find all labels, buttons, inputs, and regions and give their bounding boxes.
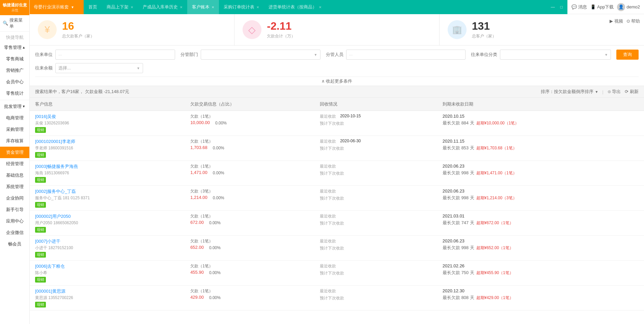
cell-payback: 最近收款 2020-10-15 预计下次收款 xyxy=(314,111,437,136)
video-button[interactable]: ▶ 视频 xyxy=(610,18,623,24)
table-row: [0002]服务中心_丁磊 服务中心_丁磊 181 0125 8371 现销 欠… xyxy=(30,186,644,211)
window-expand-button[interactable]: □ xyxy=(558,4,565,10)
sidebar-item-operations[interactable]: 经营管理 xyxy=(0,158,29,170)
filter-field-dept: 分管部门 ▼ xyxy=(180,50,320,60)
person-input[interactable]: ··· xyxy=(346,50,466,60)
tab-products-off[interactable]: 商品上下架 ✕ xyxy=(102,0,138,14)
collapse-filter-button[interactable]: ∧ 收起更多条件 xyxy=(35,77,639,86)
payback-last-label: 最近收款 xyxy=(320,288,336,294)
overdue-link[interactable]: 超期¥1,471.00（1笔） xyxy=(476,170,517,176)
stat-icon-total-customers: 🏢 xyxy=(448,20,467,39)
message-button[interactable]: 💬 消息 xyxy=(571,4,587,10)
overdue-link[interactable]: 超期¥672.00（1笔） xyxy=(476,220,513,226)
overdue-link[interactable]: 超期¥1,214.00（3笔） xyxy=(476,195,517,201)
customer-name-link[interactable]: [0001020001]李老师 xyxy=(35,139,75,144)
sidebar-item-purchase-mgmt[interactable]: 采购管理 xyxy=(0,124,29,135)
close-icon[interactable]: ✕ xyxy=(256,5,259,9)
video-label: 视频 xyxy=(614,19,623,24)
debt-amount: 672.00 xyxy=(190,220,204,225)
sidebar-item-zero-mall[interactable]: 零售商城 xyxy=(0,53,29,65)
due-days: 最长欠款 747 天 xyxy=(443,220,474,226)
refresh-button[interactable]: ⟳ 刷新 xyxy=(625,89,639,95)
tab-product-history[interactable]: 产成品入库单历史 ✕ xyxy=(138,0,187,14)
sidebar-item-capital-mgmt[interactable]: 资金管理 xyxy=(0,147,29,158)
sidebar-item-member-center[interactable]: 会员中心 xyxy=(0,76,29,88)
close-icon[interactable]: ✕ xyxy=(212,5,214,9)
sidebar-item-enterprise-wechat[interactable]: 企业微信 xyxy=(0,227,29,238)
tab-purchase-order-stats[interactable]: 采购订单统计表 ✕ xyxy=(219,0,264,14)
customer-name-link[interactable]: [0007]小进干 xyxy=(35,239,60,244)
overdue-link[interactable]: 超期¥10,000.00（1笔） xyxy=(476,120,519,126)
tab-customer-account[interactable]: 客户账本 ✕ xyxy=(187,0,219,14)
table-row: [000001]黄思源 黄思源 13552700226 现销 欠款（1笔） 42… xyxy=(30,286,644,311)
search-button[interactable]: 查询 xyxy=(616,50,639,60)
overdue-link[interactable]: 超期¥652.00（1笔） xyxy=(476,245,513,251)
sidebar-search[interactable]: 🔍 搜索菜单 xyxy=(0,15,29,32)
customer-sub: 用户2050 18665062050 xyxy=(35,220,179,226)
due-days: 最长欠款 998 天 xyxy=(443,245,474,251)
sidebar-item-zero-stats[interactable]: 零售统计 xyxy=(0,88,29,99)
help-button[interactable]: ⊙ 帮助 xyxy=(626,18,640,24)
sidebar-item-ecommerce[interactable]: 电商管理 xyxy=(0,112,29,124)
balance-select[interactable]: 选择... ▼ xyxy=(55,63,143,73)
export-button[interactable]: ⊙ 导出 xyxy=(608,89,621,95)
customer-name-link[interactable]: [0016]吴俊 xyxy=(35,114,56,119)
sidebar-item-member-plus[interactable]: 畅会员 xyxy=(0,238,29,250)
tab-label: 商品上下架 xyxy=(107,4,129,10)
refresh-icon: ⟳ xyxy=(625,89,628,94)
customer-name-link[interactable]: [000002]用户2050 xyxy=(35,214,71,219)
sidebar-item-enterprise-coop[interactable]: 企业协同 xyxy=(0,193,29,204)
sidebar-item-sys-mgmt[interactable]: 系统管理 xyxy=(0,181,29,193)
sidebar-item-label: 零售商城 xyxy=(6,56,24,61)
tab-bar: 首页 商品上下架 ✕ 产成品入库单历史 ✕ 客户账本 ✕ 采购订单统计表 ✕ 进… xyxy=(84,0,567,14)
cell-debt-info: 欠款（1笔） 1,703.68 0.00% xyxy=(185,136,314,161)
customer-name-link[interactable]: [0002]服务中心_丁磊 xyxy=(35,189,76,194)
export-icon: ⊙ xyxy=(608,89,611,94)
cell-payback: 最近收款 预计下次收款 xyxy=(314,261,437,286)
sidebar-item-label: 应用中心 xyxy=(6,218,24,224)
sidebar-item-basic-info[interactable]: 基础信息 xyxy=(0,170,29,181)
debt-amount-row: 1,214.00 0.00% xyxy=(190,194,309,200)
overdue-link[interactable]: 超期¥1,703.68（1笔） xyxy=(476,145,517,151)
close-icon[interactable]: ✕ xyxy=(319,5,321,9)
sidebar-item-zero-sales-mgmt[interactable]: 零售管理 ▲ xyxy=(0,42,29,53)
close-icon[interactable]: ✕ xyxy=(131,5,133,9)
tab-inventory-stats[interactable]: 进货单统计表（按商品） ✕ xyxy=(264,0,326,14)
customer-tag: 现销 xyxy=(35,252,46,258)
export-label: 导出 xyxy=(612,89,621,94)
dept-select[interactable]: ▼ xyxy=(201,50,320,60)
source-unit-input[interactable]: ··· xyxy=(55,50,175,60)
sidebar: 畅捷通好生意 示范 🔍 搜索菜单 快捷导航 零售管理 ▲ 零售商城 营销推广 会… xyxy=(0,0,30,324)
cell-payback: 最近收款 预计下次收款 xyxy=(314,161,437,186)
sidebar-item-label: 零售统计 xyxy=(6,91,24,96)
customer-name-link[interactable]: [000001]黄思源 xyxy=(35,289,65,294)
sidebar-item-inventory[interactable]: 库存核算 xyxy=(0,135,29,147)
overdue-link[interactable]: 超期¥429.00（1笔） xyxy=(476,295,513,301)
sort-selector[interactable]: 排序：按欠款金额倒序排序 ▼ xyxy=(541,89,598,95)
due-days: 最长欠款 808 天 xyxy=(443,295,474,301)
sidebar-item-new-guide[interactable]: 新手引导 xyxy=(0,204,29,215)
customer-name-link[interactable]: [0003]畅捷服务尹海燕 xyxy=(35,164,78,169)
separator xyxy=(0,100,29,100)
unit-category-select[interactable]: ▼ xyxy=(500,50,611,60)
user-avatar[interactable]: 👤 demo2 xyxy=(617,3,640,11)
sidebar-logo[interactable]: 畅捷通好生意 示范 xyxy=(0,0,29,15)
payback-last-label: 最近收款 xyxy=(320,188,336,194)
collapse-icon: ∧ xyxy=(321,79,325,84)
due-info-row: 最长欠款 884 天 超期¥10,000.00（1笔） xyxy=(443,120,639,126)
source-unit-dots: ··· xyxy=(58,52,62,57)
stat-value-owed-customers: 16 xyxy=(62,20,94,32)
debt-percent: 0.00% xyxy=(213,196,224,200)
window-collapse-button[interactable]: — xyxy=(549,4,557,10)
company-selector[interactable]: 母婴行业演示账套 ▼ xyxy=(30,0,84,14)
customer-name-link[interactable]: [0006]去下粮仓 xyxy=(35,264,65,269)
overdue-link[interactable]: 超期¥455.90（1笔） xyxy=(476,270,513,276)
col-due-date: 到期未收款日期 xyxy=(437,98,644,111)
sidebar-item-app-center[interactable]: 应用中心 xyxy=(0,215,29,227)
cell-due-date: 2021.03.01 最长欠款 747 天 超期¥672.00（1笔） xyxy=(437,211,644,236)
tab-home[interactable]: 首页 xyxy=(84,0,102,14)
app-download-button[interactable]: 📱 App下载 xyxy=(590,4,614,10)
sidebar-item-marketing[interactable]: 营销推广 xyxy=(0,65,29,76)
sidebar-item-batch-mgmt[interactable]: 批发管理 ▼ xyxy=(0,101,29,112)
close-icon[interactable]: ✕ xyxy=(180,5,183,9)
